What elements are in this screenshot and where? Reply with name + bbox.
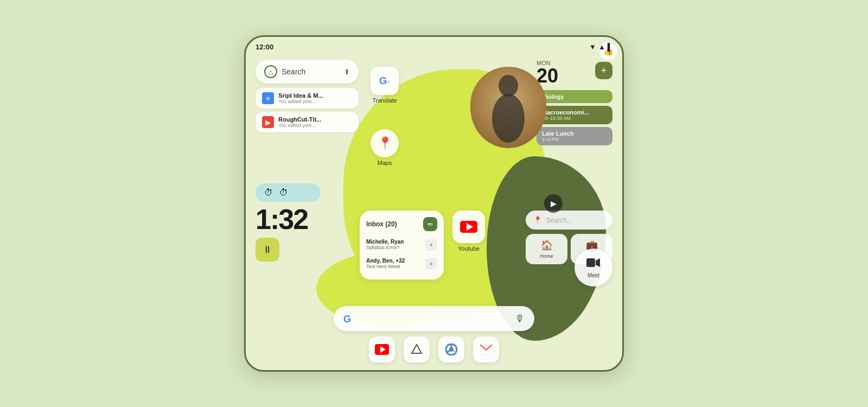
gmail-email-2[interactable]: Andy, Ben, +32 Test Next Week + [366, 255, 437, 273]
maps-search-icon: 📍 [533, 216, 542, 224]
meet-button[interactable]: Meet [575, 249, 612, 287]
doc-title-1: Sript Idea & M... [278, 92, 323, 99]
timer-icons-row: ⏱ ⏱ [256, 183, 321, 202]
google-search-bar[interactable]: G 🎙 [334, 306, 534, 331]
meet-label: Meet [588, 272, 599, 278]
gmail-email-1[interactable]: Michelle, Ryan Syllabus Error? + [366, 236, 437, 255]
photo-person [470, 67, 546, 148]
youtube-svg-icon [460, 221, 477, 233]
timer-widget: ⏱ ⏱ 1:32 ⏸ [256, 183, 321, 262]
cal-event-title-biology: Biology [542, 93, 607, 100]
gmail-email-text-2: Andy, Ben, +32 Test Next Week [366, 258, 423, 269]
doc-subtitle-1: You edited yest... [278, 99, 323, 104]
timer-icon: ⏱ [279, 188, 288, 198]
recent-docs: ≡ Sript Idea & M... You edited yest... ▶… [256, 88, 359, 132]
calendar-add-button[interactable]: + [595, 62, 612, 79]
svg-point-3 [492, 94, 525, 143]
youtube-widget[interactable]: Youtube [449, 211, 488, 252]
gmail-widget: Inbox (20) ✏ Michelle, Ryan Syllabus Err… [360, 211, 444, 279]
calendar-event-lunch[interactable]: Late Lunch 2–3 PM [537, 127, 612, 145]
calendar-date: 20 [537, 66, 558, 86]
device-frame: 12:00 ▼ ▲ ▌ △ Search ⬆ ≡ Sript Idea & M.… [244, 35, 624, 372]
gmail-compose-button[interactable]: ✏ [423, 217, 437, 231]
calendar-event-macro[interactable]: Macroeconomi... 10–10:30 AM [537, 106, 612, 124]
dock-youtube-icon [375, 344, 389, 355]
svg-text:G: G [343, 314, 351, 325]
google-logo-svg: G [343, 313, 355, 325]
calendar-header: MON 20 + [537, 60, 612, 86]
translate-label: Translate [372, 97, 397, 104]
svg-text:↔: ↔ [385, 78, 391, 86]
status-icons: ▼ ▲ ▌ [589, 43, 612, 51]
doc-text-2: RoughCut-Tit... You edited yest... [278, 116, 321, 128]
left-panel: △ Search ⬆ ≡ Sript Idea & M... You edite… [256, 60, 359, 132]
maps-search-text: Search... [546, 217, 572, 224]
dock-assistant-icon [411, 344, 423, 355]
person-silhouette-svg [481, 69, 535, 145]
youtube-label: Youtube [458, 245, 480, 252]
shortcut-home[interactable]: 🏠 Home [526, 234, 567, 264]
translate-svg-icon: G ↔ [377, 73, 392, 88]
maps-search-bar[interactable]: 📍 Search... [526, 211, 612, 230]
dock-gmail-icon [480, 345, 492, 354]
video-icon: ▶ [262, 116, 274, 128]
cal-event-title-lunch: Late Lunch [542, 130, 607, 137]
calendar-event-biology[interactable]: Biology [537, 90, 612, 103]
dock-gmail[interactable] [473, 336, 499, 363]
calendar-date-group: MON 20 [537, 60, 558, 86]
doc-title-2: RoughCut-Tit... [278, 116, 321, 123]
svg-marker-11 [412, 345, 422, 353]
gmail-from-2: Andy, Ben, +32 [366, 258, 423, 264]
timer-display: 1:32 [256, 205, 321, 233]
svg-point-2 [499, 75, 518, 97]
google-logo: G [343, 313, 355, 325]
translate-icon: G ↔ [371, 67, 399, 95]
calendar-widget: MON 20 + Biology Macroeconomi... 10–10:3… [537, 60, 612, 145]
share-icon[interactable]: ⬆ [344, 68, 350, 76]
stopwatch-icon: ⏱ [264, 188, 273, 198]
gmail-title: Inbox (20) [366, 220, 397, 228]
doc-subtitle-2: You edited yest... [278, 123, 321, 128]
doc-item-1[interactable]: ≡ Sript Idea & M... You edited yest... [256, 88, 359, 109]
play-button[interactable]: ▶ [544, 194, 563, 213]
dock-assistant[interactable] [404, 336, 430, 363]
wifi-icon: ▼ [589, 43, 596, 51]
status-time: 12:00 [256, 43, 273, 51]
status-bar: 12:00 ▼ ▲ ▌ [246, 37, 622, 56]
gmail-subject-2: Test Next Week [366, 264, 423, 269]
home-label: Home [540, 253, 553, 259]
search-widget[interactable]: △ Search ⬆ [256, 60, 359, 84]
translate-widget[interactable]: G ↔ Translate [371, 67, 399, 104]
home-icon: 🏠 [541, 239, 553, 251]
gmail-header: Inbox (20) ✏ [366, 217, 437, 231]
doc-text-1: Sript Idea & M... You edited yest... [278, 92, 323, 104]
signal-icon: ▲ [598, 43, 605, 51]
cal-event-time-macro: 10–10:30 AM [542, 116, 607, 121]
microphone-icon[interactable]: 🎙 [515, 313, 525, 325]
photo-widget [470, 67, 546, 148]
maps-label: Maps [378, 160, 392, 166]
search-widget-left: △ Search [264, 65, 305, 78]
dock-chrome[interactable] [438, 336, 464, 363]
gmail-action-2[interactable]: + [425, 258, 437, 270]
maps-widget[interactable]: 📍 Maps [371, 129, 399, 166]
svg-rect-6 [586, 258, 595, 267]
dock-youtube[interactable] [369, 336, 395, 363]
gmail-action-1[interactable]: + [425, 239, 437, 251]
maps-icon: 📍 [371, 129, 399, 157]
assistant-icon: △ [264, 65, 277, 78]
svg-marker-7 [596, 258, 600, 267]
search-label: Search [282, 67, 305, 76]
dock [369, 336, 499, 363]
battery-icon: ▌ [608, 43, 612, 51]
docs-icon: ≡ [262, 92, 274, 104]
gmail-email-text-1: Michelle, Ryan Syllabus Error? [366, 239, 423, 250]
svg-line-16 [446, 351, 449, 352]
svg-line-15 [453, 351, 456, 352]
pause-button[interactable]: ⏸ [256, 238, 279, 262]
cal-event-time-lunch: 2–3 PM [542, 137, 607, 142]
calendar-events: Biology Macroeconomi... 10–10:30 AM Late… [537, 90, 612, 145]
youtube-icon-box [452, 211, 485, 243]
gmail-from-1: Michelle, Ryan [366, 239, 423, 245]
doc-item-2[interactable]: ▶ RoughCut-Tit... You edited yest... [256, 112, 359, 132]
